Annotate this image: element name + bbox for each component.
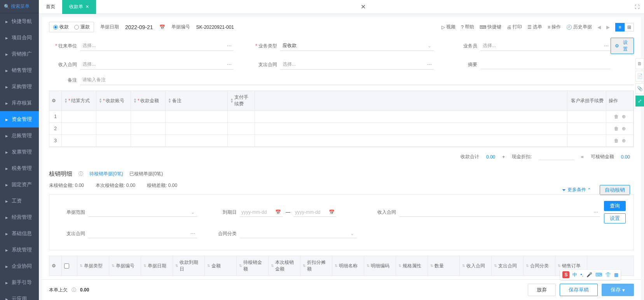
t2-col-13[interactable]: ⇅支出合同: [492, 256, 524, 276]
outcontract-input[interactable]: 选择...⋯: [280, 59, 434, 70]
fullscreen-icon[interactable]: ⛶: [630, 4, 644, 10]
sidebar-item-11[interactable]: ▸工资: [0, 193, 39, 209]
cell[interactable]: [228, 123, 255, 135]
sidebar-item-4[interactable]: ▸采购管理: [0, 78, 39, 95]
biztype-select[interactable]: 应收款⌄: [280, 41, 434, 51]
cell[interactable]: [228, 135, 255, 147]
pending-tab[interactable]: 待核销单据(0笔): [89, 171, 123, 177]
ime-skin-icon[interactable]: 👕: [605, 272, 611, 277]
cell[interactable]: [96, 135, 131, 147]
ime-logo-icon[interactable]: S: [562, 271, 569, 278]
cell[interactable]: [228, 111, 255, 123]
close-icon[interactable]: ✕: [86, 4, 89, 9]
sidebar-item-14[interactable]: ▸系统管理: [0, 242, 39, 258]
t2-col-6[interactable]: ⇅本次核销金额: [269, 256, 300, 276]
rail-note-icon[interactable]: 🗎: [635, 58, 644, 69]
delete-icon[interactable]: 🗑: [614, 126, 619, 131]
help-action[interactable]: ? 帮助: [461, 24, 474, 30]
sidebar-item-0[interactable]: ▸快捷导航: [0, 13, 39, 30]
ime-dot-icon[interactable]: •,: [580, 272, 583, 277]
table-row[interactable]: 3🗑⊕: [49, 135, 634, 147]
more-icon[interactable]: ⋯: [227, 62, 231, 67]
cell[interactable]: [166, 135, 228, 147]
summary-input[interactable]: [480, 60, 611, 69]
gear-header-icon[interactable]: ⚙: [49, 256, 62, 276]
cell[interactable]: [131, 123, 166, 135]
more-icon[interactable]: ⋯: [604, 43, 608, 49]
rail-expand-icon[interactable]: ⤢: [635, 96, 644, 106]
unit-input[interactable]: 选择...⋯: [80, 41, 234, 51]
cell[interactable]: [62, 111, 96, 123]
gear-header-icon[interactable]: ⚙: [49, 91, 62, 111]
sidebar-item-7[interactable]: ▸总账管理: [0, 127, 39, 144]
table-row[interactable]: 2🗑⊕: [49, 123, 634, 135]
ime-lang[interactable]: 中: [572, 272, 577, 278]
rail-doc-icon[interactable]: 📄: [635, 71, 644, 82]
cell[interactable]: [96, 123, 131, 135]
sales-input[interactable]: 选择...⋯: [480, 41, 611, 51]
t2-col-1[interactable]: ⇅单据编号: [109, 256, 141, 276]
cell[interactable]: [166, 111, 228, 123]
remark-input[interactable]: 请输入备注: [80, 75, 634, 85]
checkbox[interactable]: [64, 263, 69, 269]
sidebar-item-12[interactable]: ▸经营管理: [0, 209, 39, 225]
history-action[interactable]: 🕘 历史单据: [566, 24, 592, 30]
ime-mic-icon[interactable]: 🎤: [586, 272, 592, 277]
t2-col-12[interactable]: ⇅收入合同: [460, 256, 492, 276]
next-icon[interactable]: ▶: [606, 24, 610, 30]
t2-col-9[interactable]: ⇅明细编码: [364, 256, 396, 276]
discard-button[interactable]: 放弃: [528, 284, 556, 296]
date-from-input[interactable]: yyyy-mm-dd📅: [240, 208, 283, 217]
query-button[interactable]: 查询: [604, 201, 626, 211]
rail-attach-icon[interactable]: 📎: [635, 83, 644, 94]
date-value[interactable]: 2022-09-21: [125, 24, 153, 30]
sidebar-item-3[interactable]: ▸销售管理: [0, 62, 39, 78]
t1-col-2[interactable]: ▲▼* 收款金额: [131, 91, 166, 111]
done-tab[interactable]: 已核销单据(0笔): [129, 171, 163, 177]
cell[interactable]: [131, 111, 166, 123]
search-menu[interactable]: 🔍 搜索菜单: [0, 0, 39, 13]
sidebar-item-17[interactable]: ▸云应用: [0, 291, 39, 300]
sidebar-item-9[interactable]: ▸税务管理: [0, 160, 39, 176]
t2-col-3[interactable]: ⇅收款到期日: [173, 256, 205, 276]
save-button[interactable]: 保存 ▾: [602, 284, 634, 296]
t2-col-5[interactable]: ⇅待核销金额: [237, 256, 269, 276]
more-icon[interactable]: ⋯: [593, 209, 598, 215]
view-card-icon[interactable]: ⊞: [625, 23, 634, 31]
print-action[interactable]: 🖨 打印: [507, 24, 522, 30]
radio-refund[interactable]: 退款: [74, 24, 90, 30]
save-draft-button[interactable]: 保存草稿: [560, 284, 598, 296]
cell[interactable]: [255, 111, 567, 123]
add-icon[interactable]: ⊕: [622, 114, 626, 119]
cell[interactable]: [255, 123, 567, 135]
ime-grid-icon[interactable]: ▦: [614, 272, 618, 277]
t2-col-7[interactable]: ⇅折扣分摊额: [300, 256, 332, 276]
cell[interactable]: [255, 135, 567, 147]
sidebar-item-8[interactable]: ▸发票管理: [0, 144, 39, 160]
add-icon[interactable]: ⊕: [622, 126, 626, 131]
date-to-input[interactable]: yyyy-mm-dd📅: [293, 208, 336, 217]
f-outcontract-input[interactable]: ⋯: [88, 229, 197, 238]
incontract-input[interactable]: 选择...⋯: [80, 59, 234, 70]
cell[interactable]: [62, 135, 96, 147]
calendar-icon[interactable]: 📅: [159, 24, 165, 30]
sidebar-item-2[interactable]: ▸营销推广: [0, 46, 39, 62]
info-icon[interactable]: ⓘ: [79, 171, 83, 177]
t2-col-0[interactable]: ⇅单据类型: [77, 256, 109, 276]
tab-receipt[interactable]: 收款单 ✕: [62, 0, 96, 14]
hotkey-action[interactable]: ⌨ 快捷键: [480, 24, 501, 30]
checkbox-all[interactable]: [62, 256, 77, 276]
sidebar-item-6[interactable]: ▸资金管理: [0, 111, 39, 127]
prev-icon[interactable]: ◀: [597, 24, 601, 30]
select-action[interactable]: ☰ 选单: [527, 24, 542, 30]
sidebar-item-13[interactable]: ▸基础信息: [0, 225, 39, 242]
window-close-icon[interactable]: ✕: [358, 3, 369, 10]
t2-col-4[interactable]: ⇅金额: [205, 256, 237, 276]
f-cat-select[interactable]: ⌄: [240, 229, 356, 238]
t2-col-2[interactable]: ⇅单据日期: [141, 256, 173, 276]
cell[interactable]: [131, 135, 166, 147]
delete-icon[interactable]: 🗑: [614, 138, 619, 143]
t2-col-10[interactable]: ⇅规格属性: [396, 256, 428, 276]
view-list-icon[interactable]: ≡: [615, 23, 625, 31]
t1-col-1[interactable]: ▲▼* 收款账号: [96, 91, 131, 111]
